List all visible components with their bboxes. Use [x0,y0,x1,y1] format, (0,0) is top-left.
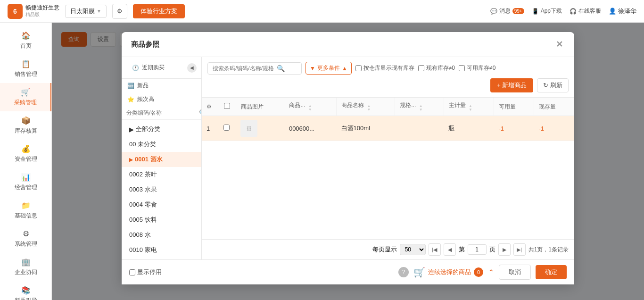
nav-right-area: 💬 消息 99+ 📱 App下载 🎧 在线客服 👤 徐泽华 [490,7,636,16]
new-product-filter[interactable]: 🆕 新品 [122,79,201,92]
sidebar-item-basic[interactable]: 📁 基础信息 [0,196,51,225]
available-stock-checkbox-group[interactable]: 可用库存≠0 [459,64,495,72]
page-number-input[interactable] [468,244,487,255]
select-all-checkbox[interactable] [224,103,230,109]
sidebar-item-purchase[interactable]: 🛒 采购管理 [0,83,51,111]
cart-area[interactable]: 🛒 连续选择的商品 0 [413,267,483,278]
app-logo-icon: 6 [8,4,23,19]
first-page-button[interactable]: |◀ [429,243,441,256]
col-code-header[interactable]: 商品... ▲▼ [284,98,337,116]
code-sort-icon: ▲▼ [308,104,312,112]
message-nav-item[interactable]: 💬 消息 99+ [490,7,524,15]
mobile-icon: 📱 [532,8,539,15]
product-search-input[interactable] [213,65,274,72]
col-settings-header[interactable]: ⚙ [202,98,219,116]
app-download-nav-item[interactable]: 📱 App下载 [532,7,562,15]
recent-filter-icon: 🕐 [132,65,139,71]
headset-icon: 🎧 [570,8,577,15]
footer-collapse-icon[interactable]: ⌃ [488,268,494,277]
modal-close-button[interactable]: ✕ [553,39,565,50]
row-stock: -1 [534,116,574,141]
frequent-label: 频次高 [137,95,154,103]
filter-icon: ▼ [310,65,315,72]
pagination-bar: 每页显示 20 50 100 |◀ ◀ 第 页 ▶ [202,239,574,259]
refresh-button[interactable]: ↻ 刷新 [537,78,569,92]
user-area[interactable]: 👤 徐泽华 [609,7,636,16]
table-header-row: ⚙ 商品图片 [202,98,574,116]
sidebar-item-guide[interactable]: 📚 新手引导 [0,281,51,300]
settings-gear-button[interactable]: ⚙ [112,4,127,19]
trial-button[interactable]: 体验行业方案 [133,4,185,18]
product-search-icon[interactable]: 🔍 [277,65,285,72]
last-page-button[interactable]: ▶| [513,243,526,256]
row-spec [395,116,444,141]
category-item-0001[interactable]: ▶ 0001 酒水 [122,152,201,167]
sidebar-item-system[interactable]: ⚙ 系统管理 [0,225,51,253]
add-product-button[interactable]: + 新增商品 [490,78,533,92]
category-collapse-button[interactable]: ◀ [187,63,197,73]
show-disabled-checkbox[interactable] [129,269,135,275]
modal-header: 商品参照 ✕ [122,32,574,57]
col-image-header: 商品图片 [236,98,284,116]
category-item-0004[interactable]: 0004 零食 [122,197,201,212]
page-size-select[interactable]: 20 50 100 [400,244,426,255]
cart-count-badge: 0 [474,267,483,277]
page-number-suffix: 页 [489,245,495,254]
recent-filter[interactable]: 🕐 近期购买 [126,61,170,75]
operation-icon: 📊 [21,173,31,182]
sidebar-item-inventory[interactable]: 📦 库存核算 [0,111,51,140]
frequent-filter[interactable]: ⭐ 频次高 [122,92,201,106]
cancel-button[interactable]: 取消 [499,265,531,280]
col-checkbox-header[interactable] [219,98,236,116]
current-stock-checkbox-group[interactable]: 现有库存≠0 [418,64,455,72]
prev-page-button[interactable]: ◀ [444,243,456,256]
row-available: -1 [494,116,534,141]
logo-text-area: 畅捷通好生意 精品版 [25,4,59,17]
warehouse-stock-checkbox-group[interactable]: 按仓库显示现有库存 [355,64,414,72]
category-search-input[interactable] [126,109,197,116]
category-item-0005[interactable]: 0005 饮料 [122,212,201,227]
show-disabled-label[interactable]: 显示停用 [129,268,162,276]
sidebar-item-finance[interactable]: 💰 资金管理 [0,140,51,168]
store-selector[interactable]: 日太阳膜 ▼ [65,5,107,18]
new-product-label: 新品 [137,82,149,90]
table-row[interactable]: 1 🖼 [202,116,574,141]
category-item-0008[interactable]: 0008 水 [122,227,201,242]
sidebar-label-enterprise: 企业协同 [15,268,37,276]
row-code: 000600... [284,116,337,141]
app-name: 畅捷通好生意 [25,4,59,11]
sidebar-label-basic: 基础信息 [15,212,37,220]
category-item-0003[interactable]: 0003 水果 [122,182,201,197]
available-stock-checkbox[interactable] [459,65,465,71]
show-disabled-text: 显示停用 [137,268,162,276]
warehouse-stock-checkbox[interactable] [355,65,362,71]
row-select-checkbox[interactable] [223,125,230,131]
column-settings-icon[interactable]: ⚙ [206,103,212,110]
row-checkbox[interactable] [219,116,236,141]
current-stock-checkbox[interactable] [418,65,424,71]
toolbar-right-actions: + 新增商品 ↻ 刷新 [490,78,569,92]
help-icon-button[interactable]: ? [398,267,409,277]
sidebar-item-sales[interactable]: 📋 销售管理 [0,55,51,83]
row-image: 🖼 [236,116,284,141]
category-item-0002[interactable]: 0002 茶叶 [122,167,201,182]
sidebar-label-finance: 资金管理 [15,155,37,163]
product-reference-modal: 商品参照 ✕ 🕐 近期购买 ◀ [122,32,574,284]
category-sidebar: 🕐 近期购买 ◀ 🆕 新品 ⭐ 频次高 [122,57,202,259]
col-unit-header[interactable]: 主计量 ▲▼ [444,98,494,116]
sidebar-item-operation[interactable]: 📊 经营管理 [0,168,51,196]
confirm-button[interactable]: 确定 [536,265,567,279]
col-name-header[interactable]: 商品名称 ▲▼ [337,98,395,116]
modal-overlay: 商品参照 ✕ 🕐 近期购买 ◀ [52,23,644,300]
col-spec-header[interactable]: 规格... ▲▼ [395,98,444,116]
more-filter-button[interactable]: ▼ 更多条件 ▲ [305,62,352,75]
cat-0008-label: 0008 水 [129,231,151,239]
online-service-nav-item[interactable]: 🎧 在线客服 [570,7,601,15]
next-page-button[interactable]: ▶ [498,243,511,256]
category-item-0010[interactable]: 0010 家电 [122,242,201,258]
sidebar-item-enterprise[interactable]: 🏢 企业协同 [0,253,51,281]
category-item-00[interactable]: 00 未分类 [122,137,201,152]
system-icon: ⚙ [23,229,29,238]
category-item-all[interactable]: ▶ 全部分类 [122,122,201,137]
sidebar-item-home[interactable]: 🏠 首页 [0,26,51,55]
